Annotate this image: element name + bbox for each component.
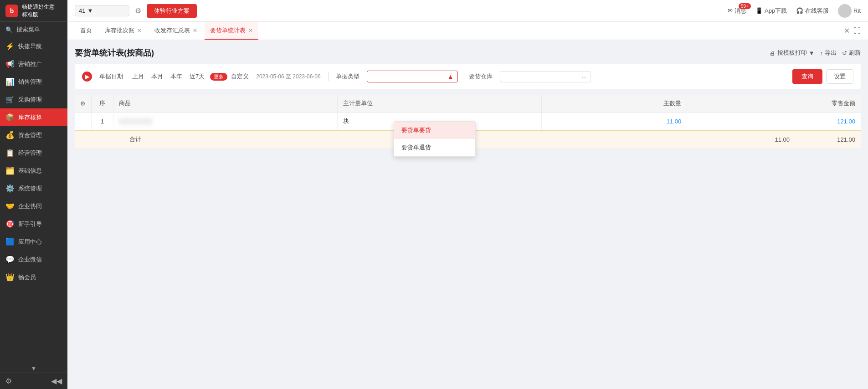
filter-panel: ▶ 单据日期 上月 本月 本年 近7天 更多 自定义 2023-05-06 至 …: [75, 64, 861, 89]
footer-main-qty: 11.00: [735, 136, 790, 143]
trial-button[interactable]: 体验行业方案: [147, 4, 197, 18]
sidebar-item-purchase[interactable]: 🛒采购管理: [0, 91, 67, 108]
sidebar-item-appstore[interactable]: 🟦应用中心: [0, 233, 67, 251]
message-badge: 99+: [739, 3, 751, 9]
collapse-icon[interactable]: ◀◀: [51, 377, 62, 385]
collab-icon: 🤝: [5, 202, 15, 210]
sidebar-item-vip[interactable]: 👑畅会员: [0, 268, 67, 286]
warehouse-more-icon[interactable]: ···: [582, 73, 587, 80]
cell-main-qty-0[interactable]: 11.00: [542, 113, 687, 130]
sidebar-item-label-purchase: 采购管理: [18, 96, 42, 104]
company-selector[interactable]: 41 ▼: [75, 5, 129, 16]
sidebar-item-inventory[interactable]: 📦库存核算: [0, 108, 67, 126]
sidebar-item-label-basic: 基础信息: [18, 167, 42, 175]
table-gear-icon[interactable]: ⚙: [80, 100, 86, 107]
sidebar-item-label-operation: 经营管理: [18, 149, 42, 157]
sidebar-item-operation[interactable]: 📋经营管理: [0, 144, 67, 162]
tab-batch-account[interactable]: 库存批次账✕: [99, 22, 147, 40]
page-actions: 🖨 按模板打印 ▼ ↑ 导出 ↺ 刷新: [770, 49, 861, 57]
sidebar-item-label-appstore: 应用中心: [18, 238, 42, 246]
cell-product-0: ████████: [113, 113, 338, 130]
vip-icon: 👑: [5, 273, 15, 282]
date-custom-button[interactable]: 自定义: [231, 72, 249, 81]
purchase-icon: 🛒: [5, 95, 15, 104]
sidebar-scroll-down[interactable]: ▼: [0, 364, 67, 373]
sidebar-bottom: ⚙ ◀◀: [0, 373, 67, 389]
print-icon: 🖨: [770, 50, 776, 56]
settings-icon[interactable]: ⚙: [5, 377, 12, 385]
col-gear[interactable]: ⚙: [75, 95, 92, 113]
topbar-gear-icon[interactable]: ⚙: [135, 6, 141, 15]
sidebar-item-label-quick-nav: 快捷导航: [18, 42, 42, 51]
tab-close-batch-account[interactable]: ✕: [137, 28, 142, 33]
sidebar-item-wecom[interactable]: 💬企业微信: [0, 251, 67, 268]
col-unit: 主计量单位: [337, 95, 542, 113]
sidebar-item-marketing[interactable]: 📢营销推广: [0, 55, 67, 73]
print-button[interactable]: 🖨 按模板打印 ▼: [770, 49, 815, 57]
message-icon: ✉: [728, 7, 733, 14]
sidebar-item-label-guide: 新手引导: [18, 220, 42, 228]
sidebar: b 畅捷通好生意 标准版 🔍 搜索菜单 ⚡快捷导航📢营销推广📊销售管理🛒采购管理…: [0, 0, 67, 389]
type-filter-input[interactable]: [371, 73, 447, 80]
tab-receive-summary[interactable]: 收发存汇总表✕: [149, 22, 203, 40]
date-this-month[interactable]: 本月: [149, 72, 165, 82]
operation-icon: 📋: [5, 148, 15, 157]
date-more-button[interactable]: 更多: [210, 73, 227, 81]
export-button[interactable]: ↑ 导出: [820, 49, 837, 57]
type-filter-select[interactable]: ▲: [367, 71, 458, 82]
system-icon: ⚙️: [5, 184, 15, 193]
app-download-label: App下载: [765, 7, 787, 15]
sidebar-item-finance[interactable]: 💰资金管理: [0, 126, 67, 144]
wecom-icon: 💬: [5, 255, 15, 264]
app-download-icon: 📱: [755, 7, 763, 14]
company-dropdown-icon: ▼: [87, 7, 93, 14]
date-prev-month[interactable]: 上月: [130, 72, 146, 82]
tab-close-order-stats[interactable]: ✕: [248, 28, 253, 33]
sidebar-item-label-collab: 企业协同: [18, 202, 42, 210]
warehouse-filter-select[interactable]: ···: [500, 71, 591, 82]
type-filter-caret-up[interactable]: ▲: [447, 73, 454, 80]
print-dropdown-icon: ▼: [809, 50, 815, 56]
sidebar-item-sales[interactable]: 📊销售管理: [0, 73, 67, 91]
cell-retail-amount-0[interactable]: 121.00: [687, 113, 861, 130]
date-7days[interactable]: 近7天: [188, 72, 206, 82]
main-content: 41 ▼ ⚙ 体验行业方案 ✉ 消息 99+ 📱 App下载 🎧 在线客服 Ri…: [67, 0, 868, 389]
fullscreen-icon[interactable]: ⛶: [853, 27, 861, 35]
sidebar-item-guide[interactable]: 🎯新手引导: [0, 215, 67, 233]
sidebar-item-label-wecom: 企业微信: [18, 256, 42, 264]
tab-home[interactable]: 首页: [75, 22, 98, 40]
sidebar-item-collab[interactable]: 🤝企业协同: [0, 197, 67, 215]
search-menu[interactable]: 🔍 搜索菜单: [0, 22, 67, 37]
table-header-row: ⚙ 序 商品 主计量单位 主数量 零售金额: [75, 95, 861, 113]
tab-order-stats[interactable]: 要货单统计表✕: [205, 22, 258, 40]
marketing-icon: 📢: [5, 60, 15, 68]
sidebar-item-quick-nav[interactable]: ⚡快捷导航: [0, 37, 67, 55]
logo-icon: b: [5, 5, 18, 17]
filter-expand-button[interactable]: ▶: [82, 72, 92, 82]
tab-label-home: 首页: [80, 26, 92, 35]
dropdown-item-order-goods[interactable]: 要货单要货: [394, 122, 475, 139]
settings-button[interactable]: 设置: [826, 69, 853, 84]
app-download-button[interactable]: 📱 App下载: [755, 7, 787, 15]
user-avatar[interactable]: Rit: [838, 4, 861, 18]
date-this-year[interactable]: 本年: [169, 72, 184, 82]
quick-nav-icon: ⚡: [5, 42, 15, 51]
tab-close-receive-summary[interactable]: ✕: [193, 28, 197, 33]
sidebar-item-basic[interactable]: 🗂️基础信息: [0, 162, 67, 179]
date-shortcuts: 上月 本月 本年 近7天 更多 自定义: [130, 72, 249, 82]
close-all-tabs-icon[interactable]: ✕: [844, 26, 850, 35]
date-filter-label: 单据日期: [99, 72, 123, 81]
inventory-icon: 📦: [5, 113, 15, 122]
refresh-button[interactable]: ↺ 刷新: [842, 49, 861, 57]
dropdown-item-order-return[interactable]: 要货单退货: [394, 139, 475, 156]
sidebar-item-system[interactable]: ⚙️系统管理: [0, 179, 67, 197]
warehouse-filter-input[interactable]: [504, 73, 582, 80]
message-button[interactable]: ✉ 消息 99+: [728, 7, 746, 15]
sidebar-item-label-system: 系统管理: [18, 184, 42, 193]
online-service-button[interactable]: 🎧 在线客服: [796, 7, 829, 15]
sidebar-item-label-sales: 销售管理: [18, 78, 42, 86]
query-button[interactable]: 查询: [792, 69, 822, 84]
search-label: 搜索菜单: [16, 26, 40, 34]
sidebar-item-label-inventory: 库存核算: [18, 113, 42, 122]
footer-total-label: 合计: [129, 135, 141, 143]
